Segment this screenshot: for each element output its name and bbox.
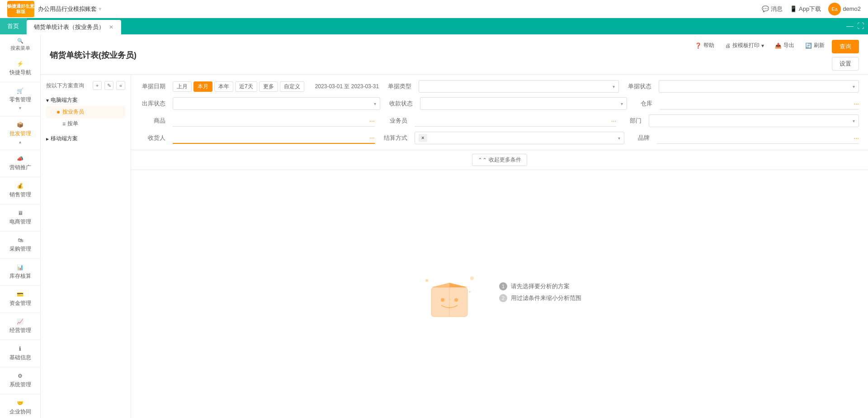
sidebar-item-retail[interactable]: 🛒 零售管理 ▾ <box>0 82 40 116</box>
finance-label: 资金管理 <box>9 299 31 307</box>
receiver-input[interactable]: ··· <box>173 132 375 144</box>
wholesale-icon: 📦 <box>17 122 24 128</box>
sidebar-item-operation[interactable]: 📈 经营管理 <box>0 313 40 340</box>
step-1-text: 请先选择要分析的方案 <box>511 282 570 290</box>
user-name: demo2 <box>843 5 861 12</box>
pay-status-label: 收款状态 <box>387 100 413 108</box>
staff-input[interactable]: ··· <box>415 115 617 127</box>
wholesale-label: 批发管理 <box>9 130 31 138</box>
user-profile[interactable]: Ea demo2 <box>828 3 861 15</box>
tab-home[interactable]: 首页 <box>0 18 27 34</box>
scheme-mobile-chevron: ▸ <box>46 136 49 142</box>
more-btn[interactable]: 更多 <box>259 81 278 92</box>
operation-icon: 📈 <box>17 318 24 325</box>
filter-area: 单据日期 上月 本月 本年 近7天 更多 自定义 2023-03-01 至 20… <box>131 75 868 150</box>
sidebar-item-finance[interactable]: 💳 资金管理 <box>0 286 40 313</box>
retail-chevron: ▾ <box>19 105 21 110</box>
out-status-select[interactable]: ▾ <box>173 97 380 110</box>
page-actions: ❓ 帮助 🖨 按模板打印 ▾ 📤 导出 🔄 刷新 <box>691 40 859 71</box>
topbar-right: 💬 消息 📱 App下载 Ea demo2 <box>762 3 861 15</box>
svg-marker-1 <box>431 283 449 287</box>
filter-row-4: 收货人 ··· 结算方式 × ▾ 品牌 <box>140 132 859 144</box>
sidebar-item-inventory[interactable]: 📊 库存核算 <box>0 259 40 286</box>
scheme-section-mobile-title[interactable]: ▸ 移动端方案 <box>46 133 125 144</box>
doc-type-select[interactable]: ▾ <box>419 80 619 93</box>
date-buttons: 上月 本月 本年 近7天 更多 自定义 <box>173 81 304 92</box>
refresh-icon: 🔄 <box>805 43 812 49</box>
query-btn[interactable]: 查询 <box>832 40 859 53</box>
tab-sales-stat[interactable]: 销货单统计表（按业务员） ✕ <box>27 20 121 34</box>
app-download-btn[interactable]: 📱 App下载 <box>790 5 821 13</box>
sidebar-item-basic[interactable]: ℹ 基础信息 <box>0 340 40 367</box>
last-month-btn[interactable]: 上月 <box>173 81 192 92</box>
message-btn[interactable]: 💬 消息 <box>762 5 783 13</box>
filter-row-3: 商品 ··· 业务员 ··· 部门 ▾ <box>140 114 859 127</box>
sidebar-item-marketing[interactable]: 📣 营销推广 <box>0 150 40 177</box>
settings-btn[interactable]: 设置 <box>832 57 859 71</box>
brand-input[interactable]: ··· <box>657 133 859 144</box>
product-dots: ··· <box>369 117 375 124</box>
product-input[interactable]: ··· <box>173 115 375 127</box>
sidebar-item-search[interactable]: 🔍 搜索菜单 <box>0 34 40 55</box>
scheme-section-desktop-title[interactable]: ▾ 电脑端方案 <box>46 95 125 106</box>
marketing-icon: 📣 <box>17 156 24 162</box>
scheme-item-active-dot <box>57 111 60 114</box>
sidebar-item-purchase[interactable]: 🛍 采购管理 <box>0 232 40 259</box>
sidebar-item-ecom[interactable]: 🖥 电商管理 <box>0 204 40 232</box>
print-btn[interactable]: 🖨 按模板打印 ▾ <box>722 40 768 51</box>
message-icon: 💬 <box>762 5 769 12</box>
print-dropdown-icon: ▾ <box>761 43 764 49</box>
export-btn[interactable]: 📤 导出 <box>771 40 798 51</box>
sidebar-item-shortcut[interactable]: ⚡ 快捷导航 <box>0 55 40 82</box>
scheme-collapse-icon: « <box>119 83 122 88</box>
help-btn[interactable]: ❓ 帮助 <box>691 40 718 51</box>
empty-step-1: 1 请先选择要分析的方案 <box>499 282 581 290</box>
sidebar-item-enterprise[interactable]: 🤝 企业协同 <box>0 394 40 418</box>
tab-minimize-icon[interactable]: — <box>846 22 854 30</box>
custom-btn[interactable]: 自定义 <box>280 81 304 92</box>
scheme-item-by-order[interactable]: ≡ 按单 <box>46 118 125 129</box>
payment-method-chevron: ▾ <box>618 136 620 141</box>
topbar: 畅捷通好生意标版 办公用品行业模拟账套 ▾ 💬 消息 📱 App下载 Ea de… <box>0 0 868 18</box>
scheme-edit-btn[interactable]: ✎ <box>104 81 113 90</box>
help-icon: ❓ <box>695 43 702 49</box>
dept-select[interactable]: ▾ <box>649 114 859 127</box>
payment-method-select[interactable]: × ▾ <box>415 132 625 144</box>
pay-status-select[interactable]: ▾ <box>420 97 627 110</box>
sidebar-item-sales[interactable]: 💰 销售管理 <box>0 177 40 204</box>
step-1-num: 1 <box>499 282 507 290</box>
page-header: 销货单统计表(按业务员) ❓ 帮助 🖨 按模板打印 ▾ 📤 导出 <box>41 34 868 75</box>
step-2-text: 用过滤条件来缩小分析范围 <box>511 294 581 302</box>
this-month-btn[interactable]: 本月 <box>193 81 212 92</box>
breadcrumb-text: 办公用品行业模拟账套 <box>38 5 97 13</box>
right-content: 单据日期 上月 本月 本年 近7天 更多 自定义 2023-03-01 至 20… <box>131 75 868 418</box>
finance-icon: 💳 <box>17 291 24 298</box>
warehouse-input[interactable]: ··· <box>660 98 859 109</box>
retail-icon: 🛒 <box>17 88 24 94</box>
scheme-add-btn[interactable]: + <box>93 81 102 90</box>
date-label: 单据日期 <box>140 82 165 90</box>
sidebar: 🔍 搜索菜单 ⚡ 快捷导航 🛒 零售管理 ▾ 📦 批发管理 ▴ 📣 营销推广 💰… <box>0 34 41 418</box>
search-icon: 🔍 <box>17 38 24 44</box>
sidebar-item-system[interactable]: ⚙ 系统管理 <box>0 367 40 394</box>
last-7-btn[interactable]: 近7天 <box>235 81 257 92</box>
scheme-collapse-btn[interactable]: « <box>116 81 125 90</box>
scheme-item-order-icon: ≡ <box>62 121 66 127</box>
payment-method-tag-close[interactable]: × <box>421 135 425 141</box>
wholesale-chevron: ▴ <box>19 139 21 144</box>
refresh-btn[interactable]: 🔄 刷新 <box>802 40 828 51</box>
topbar-left: 畅捷通好生意标版 办公用品行业模拟账套 ▾ <box>7 1 102 17</box>
this-year-btn[interactable]: 本年 <box>214 81 233 92</box>
empty-step-2: 2 用过滤条件来缩小分析范围 <box>499 294 581 302</box>
sidebar-item-wholesale[interactable]: 📦 批发管理 ▴ <box>0 116 40 150</box>
scheme-item-by-staff[interactable]: 按业务员 <box>46 106 125 118</box>
tab-maximize-icon[interactable]: ⛶ <box>857 22 864 30</box>
collapse-btn[interactable]: ⌃⌃ 收起更多条件 <box>472 154 527 166</box>
doc-status-select[interactable]: ▾ <box>659 80 859 93</box>
empty-content: 1 请先选择要分析的方案 2 用过滤条件来缩小分析范围 <box>418 265 581 323</box>
brand-dots: ··· <box>854 134 859 142</box>
dept-label: 部门 <box>623 117 642 125</box>
tab-close-icon[interactable]: ✕ <box>109 24 113 30</box>
tab-home-label: 首页 <box>7 22 19 30</box>
operation-label: 经营管理 <box>9 327 31 334</box>
